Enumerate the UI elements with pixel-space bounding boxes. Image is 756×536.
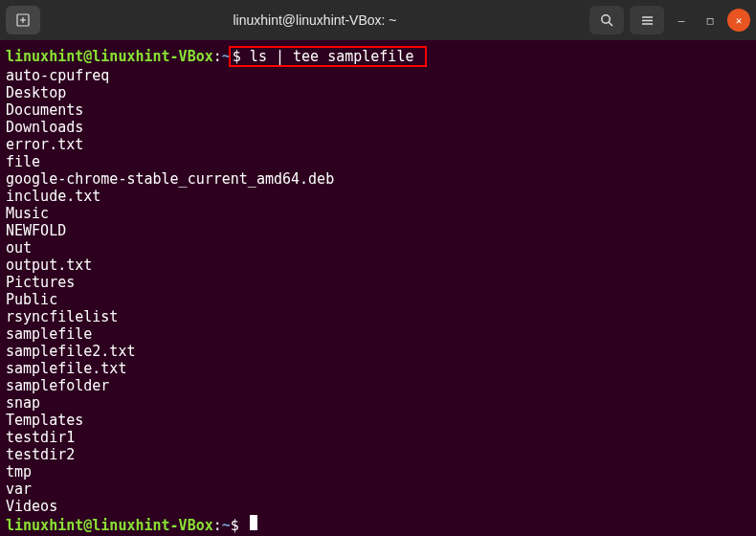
titlebar-right: — □ ✕ [589,6,750,34]
prompt-colon: : [213,517,222,534]
output-line: var [6,480,750,498]
search-button[interactable] [589,6,624,34]
output-line: out [6,239,750,257]
output-line: Public [6,291,750,308]
close-button[interactable]: ✕ [727,9,750,32]
terminal-body[interactable]: linuxhint@linuxhint-VBox:~$ ls | tee sam… [0,40,756,536]
prompt-path: ~ [222,517,231,534]
command-text: ls | tee samplefile [241,48,423,65]
output-line: output.txt [6,257,750,274]
menu-button[interactable] [630,6,664,34]
new-tab-icon [16,13,31,28]
output-line: file [6,153,750,170]
output-line: snap [6,394,750,412]
output-line: testdir1 [6,429,750,446]
output-line: Documents [6,101,750,119]
output-line: Templates [6,412,750,429]
minimize-icon: — [678,14,685,27]
prompt-dollar: $ [233,48,241,65]
search-icon [600,13,614,28]
svg-point-3 [601,14,609,22]
output-line: NEWFOLD [6,222,750,239]
output-line: samplefile [6,325,750,343]
output-line: samplefile2.txt [6,343,750,360]
output-line: error.txt [6,136,750,153]
titlebar: linuxhint@linuxhint-VBox: ~ — □ ✕ [0,0,756,40]
hamburger-icon [640,13,655,28]
new-tab-button[interactable] [6,6,40,34]
prompt-userhost: linuxhint@linuxhint-VBox [6,48,213,65]
prompt-userhost: linuxhint@linuxhint-VBox [6,517,213,534]
output-line: testdir2 [6,446,750,463]
minimize-button[interactable]: — [670,9,693,32]
maximize-icon: □ [707,14,714,27]
output-line: samplefile.txt [6,360,750,377]
output-line: Downloads [6,119,750,136]
output-line: google-chrome-stable_current_amd64.deb [6,170,750,188]
output-line: auto-cpufreq [6,67,750,84]
output-line: tmp [6,463,750,480]
close-icon: ✕ [736,14,743,27]
output-line: Videos [6,498,750,515]
svg-line-4 [609,22,612,26]
prompt-line-2: linuxhint@linuxhint-VBox:~$ [6,515,750,534]
prompt-line-1: linuxhint@linuxhint-VBox:~$ ls | tee sam… [6,46,750,67]
prompt-dollar: $ [231,517,248,534]
output-line: Pictures [6,274,750,291]
output-line: Music [6,205,750,222]
output-line: include.txt [6,188,750,205]
output-container: auto-cpufreqDesktopDocumentsDownloadserr… [6,67,750,515]
window-title: linuxhint@linuxhint-VBox: ~ [44,12,586,28]
output-line: rsyncfilelist [6,308,750,325]
maximize-button[interactable]: □ [699,9,722,32]
output-line: samplefolder [6,377,750,394]
cursor [250,515,257,530]
prompt-colon: : [213,48,222,65]
command-highlight-box: $ ls | tee samplefile [229,46,427,67]
output-line: Desktop [6,84,750,101]
